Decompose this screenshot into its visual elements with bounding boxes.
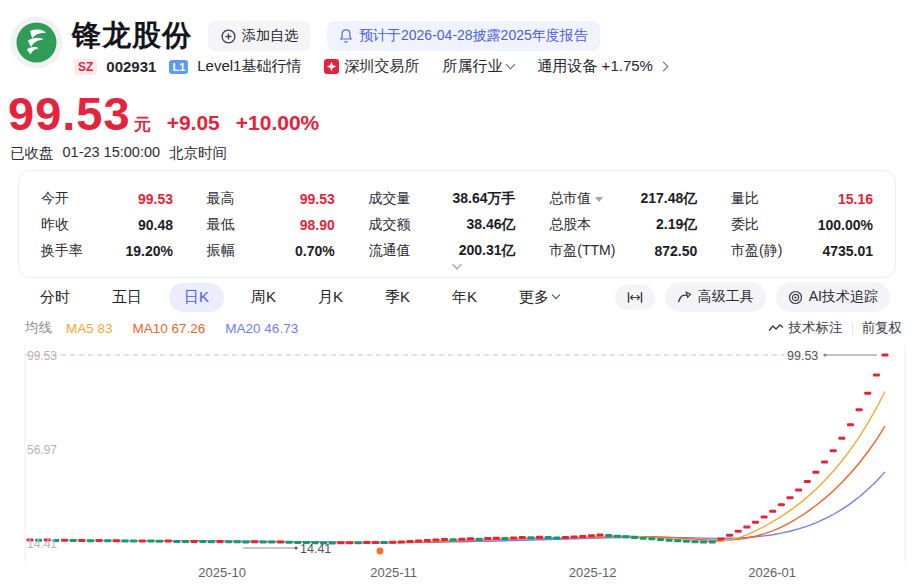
drawing-tools-icon [677,290,692,304]
level-label[interactable]: Level1基础行情 [197,57,301,76]
stat-volume-ratio: 量比15.16 [731,186,873,212]
tab-yearly-k[interactable]: 年K [437,283,492,312]
svg-text:56.97: 56.97 [27,443,57,457]
svg-text:2025-12: 2025-12 [569,565,617,580]
tab-weekly-k[interactable]: 周K [236,283,291,312]
stat-turnover-rate: 换手率19.20% [41,238,173,264]
stat-open: 今开99.53 [41,186,173,212]
industry-link[interactable]: 通用设备 +1.75% [537,57,666,76]
page-title: 锋龙股份 [72,16,192,56]
stat-total-shares: 总股本2.19亿 [549,212,697,238]
stat-turnover-amount: 成交额38.46亿 [369,212,516,238]
report-notice-banner[interactable]: 预计于2026-04-28披露2025年度报告 [327,21,600,51]
expand-chart-button[interactable] [615,285,655,310]
svg-text:2025-11: 2025-11 [370,565,417,580]
stat-float-cap: 流通值200.31亿 [369,238,516,264]
chevron-down-icon [552,291,560,299]
chart-period-tabs: 分时 五日 日K 周K 月K 季K 年K 更多 高级工具 [25,282,890,312]
stat-amplitude: 振幅0.70% [207,238,335,264]
daily-k-chart[interactable]: 99.5314.4199.5356.9714.412025-102025-112… [0,340,914,586]
stat-volume: 成交量38.64万手 [369,186,516,212]
last-price: 99.53 [8,86,131,141]
ma20-legend: MA20 46.73 [225,321,298,336]
tab-daily-k[interactable]: 日K [169,283,224,312]
ma-legend-title: 均线 [25,319,52,337]
industry-label: 所属行业 [442,57,502,76]
zigzag-icon [768,323,784,333]
tab-monthly-k[interactable]: 月K [303,283,358,312]
quote-timezone: 北京时间 [169,144,227,163]
bell-icon [339,28,353,44]
exchange-label: 深圳交易所 [344,57,419,76]
market-status: 已收盘 [10,144,54,163]
stats-card: 今开99.53 最高99.53 成交量38.64万手 总市值217.48亿 量比… [18,170,896,278]
report-notice-text: 预计于2026-04-28披露2025年度报告 [359,27,588,45]
adjust-mode-button[interactable]: 前复权 [862,319,903,337]
chart-toolbar: 高级工具 AI技术追踪 [615,282,890,312]
price-change: +9.05 [167,111,220,135]
ai-tracking-button[interactable]: AI技术追踪 [776,282,890,312]
stat-pe-static: 市盈(静)4735.01 [731,238,873,264]
price-change-pct: +10.00% [236,111,320,135]
chevron-right-icon [658,62,668,72]
ai-tracking-label: AI技术追踪 [809,288,878,306]
svg-text:99.53: 99.53 [27,349,57,363]
tab-more[interactable]: 更多 [504,283,574,312]
industry-value: 通用设备 +1.75% [537,57,652,76]
stat-pe-ttm: 市盈(TTM)872.50 [549,238,697,264]
svg-text:2026-01: 2026-01 [748,565,796,580]
price-unit: 元 [134,113,151,136]
ma10-legend: MA10 67.26 [133,321,206,336]
quote-time: 01-23 15:00:00 [63,144,161,163]
collapse-stats-button[interactable] [446,252,469,274]
tab-minute[interactable]: 分时 [25,283,85,312]
tab-5day[interactable]: 五日 [97,283,157,312]
svg-text:99.53: 99.53 [787,349,818,363]
exchange-item[interactable]: 深圳交易所 [324,57,419,76]
stat-prev-close: 昨收90.48 [41,212,173,238]
stat-high: 最高99.53 [207,186,335,212]
chevron-down-icon [506,60,516,70]
advanced-tools-label: 高级工具 [698,288,754,306]
svg-text:14.41: 14.41 [27,537,57,551]
exchange-icon [324,59,339,74]
add-watchlist-label: 添加自选 [242,27,298,45]
divider [852,322,853,335]
stat-market-cap[interactable]: 总市值217.48亿 [549,186,697,212]
stock-code: 002931 [106,58,156,75]
expand-width-icon [627,291,643,304]
stock-logo [10,16,63,69]
annotate-toggle[interactable]: 技术标注 [768,319,843,337]
ai-target-icon [788,290,803,305]
dropdown-caret-icon [595,197,603,202]
chevron-down-icon [452,260,462,270]
level-badge: L1 [169,60,188,74]
market-status-row: 已收盘 01-23 15:00:00 北京时间 [10,144,227,163]
svg-text:14.41: 14.41 [300,542,331,556]
advanced-tools-button[interactable]: 高级工具 [665,282,766,312]
ma5-legend: MA5 83 [66,321,113,336]
industry-dropdown[interactable]: 所属行业 [442,57,514,76]
tab-quarterly-k[interactable]: 季K [370,283,425,312]
svg-text:2025-10: 2025-10 [198,565,246,580]
stat-low: 最低98.90 [207,212,335,238]
market-badge: SZ [74,59,97,75]
stat-bid-ratio: 委比100.00% [731,212,873,238]
quote-block: 99.53 元 +9.05 +10.00% [8,86,319,141]
plus-circle-icon [221,29,236,44]
stock-detail-page: { "header": { "stock_name": "锋龙股份", "add… [0,0,914,586]
ma-legend-row: 均线 MA5 83 MA10 67.26 MA20 46.73 技术标注 前复权 [25,319,902,337]
add-watchlist-button[interactable]: 添加自选 [208,21,311,51]
